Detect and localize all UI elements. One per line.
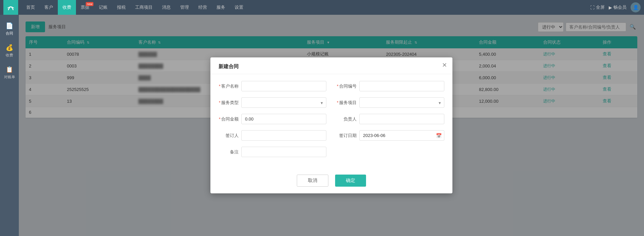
amount-input[interactable] — [241, 114, 326, 124]
nav-settings[interactable]: 设置 — [230, 0, 248, 15]
form-group-responsible: 负责人 — [336, 114, 444, 124]
modal-footer: 取消 确定 — [210, 170, 452, 193]
modal-title: 新建合同 — [218, 63, 239, 69]
service-type-select[interactable] — [241, 97, 326, 108]
form-group-remark: 备注 — [218, 147, 326, 157]
sign-date-wrap: 📅 — [359, 130, 444, 141]
nav-fee[interactable]: 收费 — [58, 0, 76, 15]
amount-label: *合同金额 — [218, 116, 239, 122]
modal: 新建合同 ✕ *客户名称 *合同编号 — [210, 57, 452, 193]
service-type-label: *服务类型 — [218, 100, 239, 106]
modal-body: *客户名称 *合同编号 — [210, 74, 452, 170]
form-row-1: *客户名称 *合同编号 — [218, 81, 444, 91]
calendar-icon[interactable]: 📅 — [436, 133, 442, 138]
nav-tax[interactable]: 报税 — [112, 0, 130, 15]
form-row-2: *服务类型 *服务项目 — [218, 97, 444, 108]
form-row-5: 备注 — [218, 147, 444, 157]
new-badge: new — [86, 2, 93, 6]
sidebar-item-contract[interactable]: 📄 合同 — [0, 18, 19, 40]
sidebar: 📄 合同 💰 收费 📋 对账单 — [0, 15, 19, 236]
modal-overlay: 新建合同 ✕ *客户名称 *合同编号 — [19, 15, 644, 236]
nav-right: ⛶ 全屏 ▶ 畅会员 👤 — [590, 2, 641, 12]
sidebar-item-fee[interactable]: 💰 收费 — [0, 40, 19, 62]
service-item-select-wrap — [359, 97, 444, 108]
form-group-contract-no: *合同编号 — [336, 81, 444, 91]
form-group-signer: 签订人 — [218, 130, 326, 141]
fullscreen-btn[interactable]: ⛶ 全屏 — [590, 4, 605, 10]
form-group-amount: *合同金额 — [218, 114, 326, 124]
reconcile-icon: 📋 — [6, 66, 13, 73]
form-row-4: 签订人 签订日期 📅 — [218, 130, 444, 141]
vip-btn[interactable]: ▶ 畅会员 — [609, 4, 627, 10]
responsible-label: 负责人 — [336, 116, 357, 122]
logo — [3, 0, 18, 15]
fullscreen-icon: ⛶ — [590, 5, 595, 10]
vip-icon: ▶ — [609, 5, 612, 10]
signer-label: 签订人 — [218, 133, 239, 139]
sign-date-input[interactable] — [359, 130, 444, 141]
form-row-3: *合同金额 负责人 — [218, 114, 444, 124]
contract-no-label: *合同编号 — [336, 83, 357, 89]
nav-invoice[interactable]: 票据 new — [76, 0, 94, 15]
form-group-service-type: *服务类型 — [218, 97, 326, 108]
contract-no-input[interactable] — [359, 81, 444, 91]
responsible-input[interactable] — [359, 114, 444, 124]
form-group-empty — [336, 147, 444, 157]
modal-header: 新建合同 — [210, 57, 452, 74]
main-layout: 📄 合同 💰 收费 📋 对账单 新增 服务项目 进行中 全部 已结束 — [0, 15, 644, 236]
form-group-service-item: *服务项目 — [336, 97, 444, 108]
confirm-button[interactable]: 确定 — [335, 175, 366, 187]
nav-customer[interactable]: 客户 — [40, 0, 58, 15]
avatar[interactable]: 👤 — [631, 2, 641, 12]
remark-label: 备注 — [218, 149, 239, 155]
nav-manage[interactable]: 管理 — [175, 0, 194, 15]
customer-name-label: *客户名称 — [218, 83, 239, 89]
sidebar-item-reconcile[interactable]: 📋 对账单 — [0, 62, 19, 84]
service-type-select-wrap — [241, 97, 326, 108]
form-group-sign-date: 签订日期 📅 — [336, 130, 444, 141]
signer-input[interactable] — [241, 130, 326, 141]
nav-operation[interactable]: 经营 — [194, 0, 212, 15]
service-item-label: *服务项目 — [336, 100, 357, 106]
remark-input[interactable] — [241, 147, 326, 157]
nav-business[interactable]: 工商项目 — [130, 0, 157, 15]
form-group-customer: *客户名称 — [218, 81, 326, 91]
service-item-select[interactable] — [359, 97, 444, 108]
contract-icon: 📄 — [6, 22, 13, 30]
content-area: 新增 服务项目 进行中 全部 已结束 🔍 序号 合同编 — [19, 15, 644, 236]
customer-name-input[interactable] — [241, 81, 326, 91]
nav-service[interactable]: 服务 — [212, 0, 230, 15]
nav-message[interactable]: 消息 — [157, 0, 175, 15]
nav-bookkeeping[interactable]: 记账 — [94, 0, 112, 15]
fee-icon: 💰 — [6, 44, 13, 51]
nav-home[interactable]: 首页 — [22, 0, 40, 15]
top-nav: 首页 客户 收费 票据 new 记账 报税 工商项目 消息 管理 经营 服务 设… — [0, 0, 644, 15]
modal-close-button[interactable]: ✕ — [442, 62, 447, 68]
cancel-button[interactable]: 取消 — [297, 175, 328, 187]
sign-date-label: 签订日期 — [336, 133, 357, 139]
